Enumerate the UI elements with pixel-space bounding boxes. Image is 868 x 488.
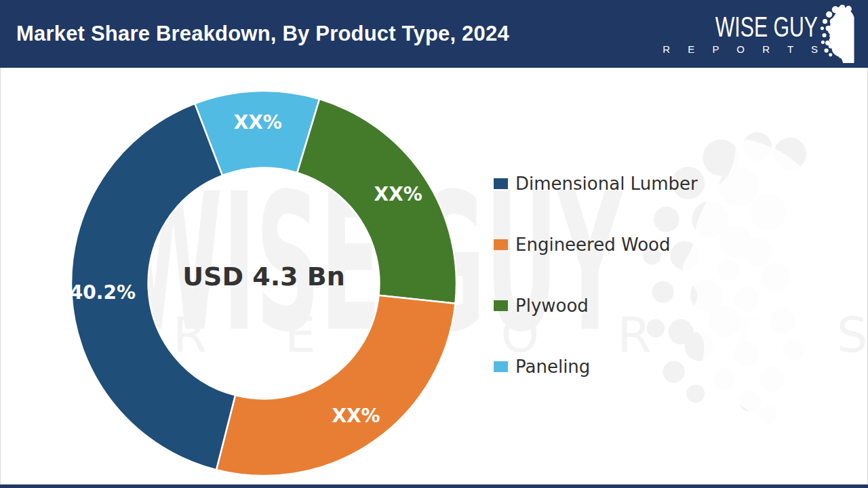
legend-swatch — [494, 178, 508, 189]
footer-bar — [0, 484, 868, 488]
legend-swatch — [494, 361, 508, 372]
legend-item-label: Paneling — [515, 357, 590, 377]
logo-wordmark: WISE GUY — [715, 13, 818, 41]
slice-percent-label: 40.2% — [70, 281, 136, 304]
brand-logo: WISE GUY R E P O R T S — [663, 3, 859, 64]
donut-chart: XX%XX%XX%40.2% — [0, 0, 868, 488]
slice-engineered-wood — [216, 296, 455, 476]
legend-item: Plywood — [494, 296, 698, 316]
legend-item-label: Dimensional Lumber — [515, 174, 698, 194]
legend-swatch — [494, 300, 508, 311]
legend-swatch — [494, 239, 508, 250]
slice-percent-label: XX% — [332, 405, 380, 427]
legend-item: Paneling — [494, 357, 698, 377]
donut-center-value: USD 4.3 Bn — [182, 262, 345, 291]
chart-legend: Dimensional Lumber Engineered Wood Plywo… — [494, 174, 698, 418]
slice-percent-label: XX% — [374, 183, 422, 205]
page-title: Market Share Breakdown, By Product Type,… — [16, 22, 509, 46]
legend-item: Engineered Wood — [494, 235, 698, 255]
logo-head-icon — [819, 5, 859, 63]
slice-percent-label: XX% — [234, 111, 282, 134]
logo-reports-text: R E P O R T S — [663, 43, 825, 55]
legend-item-label: Plywood — [515, 296, 589, 316]
legend-item: Dimensional Lumber — [494, 174, 698, 194]
header-bar: Market Share Breakdown, By Product Type,… — [0, 0, 868, 68]
legend-item-label: Engineered Wood — [515, 235, 671, 255]
